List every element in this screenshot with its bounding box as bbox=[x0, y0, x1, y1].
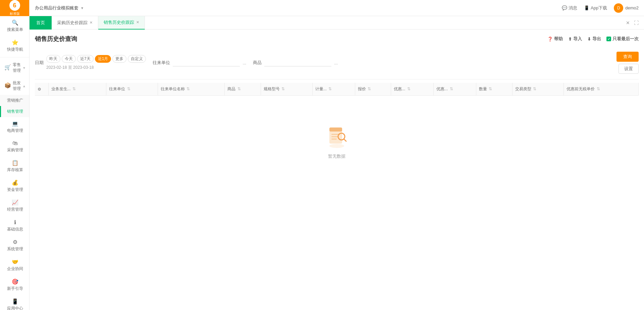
sidebar-item-sales[interactable]: 销售管理 bbox=[0, 106, 29, 117]
topbar: 办公用品行业模拟账套 ▾ 💬 消息 📱 App下载 D demo2 bbox=[30, 0, 644, 16]
product-dots[interactable]: ... bbox=[334, 60, 338, 65]
unit-input[interactable] bbox=[173, 59, 240, 66]
finance-icon: 💰 bbox=[12, 179, 18, 186]
col-unit[interactable]: 往来单位 ⇅ bbox=[106, 83, 158, 96]
tab-home-label: 首页 bbox=[36, 20, 45, 26]
only-last-label: 只看最后一次 bbox=[612, 36, 639, 42]
page-actions: ❓ 帮助 ⬆ 导入 ⬇ 导出 ✓ 只看最后一次 bbox=[547, 36, 639, 42]
dropdown-btn[interactable]: ▾ bbox=[81, 6, 83, 10]
topbar-left: 办公用品行业模拟账套 ▾ bbox=[35, 5, 83, 11]
topbar-title: 办公用品行业模拟账套 bbox=[35, 5, 78, 11]
tab-home[interactable]: 首页 bbox=[30, 16, 52, 30]
sidebar-item-marketing[interactable]: 营销推广 bbox=[0, 95, 29, 106]
date-label: 日期 bbox=[35, 60, 44, 66]
app-download-btn[interactable]: 📱 App下载 bbox=[584, 5, 607, 11]
col-spec[interactable]: 规格型号 ⇅ bbox=[261, 83, 313, 96]
message-btn[interactable]: 💬 消息 bbox=[562, 5, 577, 11]
tabbar: 首页 采购历史价跟踪 ✕ 销售历史价跟踪 ✕ ✕ ⛶ bbox=[30, 16, 644, 30]
settings-icon: ⚙ bbox=[38, 87, 41, 92]
operations-icon: 📈 bbox=[12, 199, 18, 206]
col-product[interactable]: 商品 ⇅ bbox=[225, 83, 261, 96]
sidebar-item-label: 批发管理 bbox=[11, 80, 22, 92]
sidebar-item-basic-info[interactable]: ℹ 基础信息 bbox=[0, 216, 29, 236]
col-quantity[interactable]: 数量 ⇅ bbox=[476, 83, 513, 96]
sort-icon: ⇅ bbox=[368, 87, 371, 91]
sidebar-item-purchase[interactable]: 🛍 采购管理 bbox=[0, 137, 29, 156]
query-btn[interactable]: 查询 bbox=[616, 52, 639, 62]
only-last-checkbox-group[interactable]: ✓ 只看最后一次 bbox=[606, 36, 639, 42]
sidebar-item-operations[interactable]: 📈 经营管理 bbox=[0, 196, 29, 216]
sidebar-item-app-center[interactable]: 📱 应用中心 bbox=[0, 295, 29, 310]
sidebar-item-finance[interactable]: 💰 资金管理 bbox=[0, 176, 29, 196]
col-trade-type[interactable]: 交易类型 ⇅ bbox=[512, 83, 564, 96]
empty-icon bbox=[323, 122, 350, 149]
help-btn[interactable]: ❓ 帮助 bbox=[547, 36, 563, 42]
import-btn[interactable]: ⬆ 导入 bbox=[568, 36, 582, 42]
sidebar-item-search[interactable]: 🔍 搜索菜单 bbox=[0, 16, 29, 36]
page-title-bar: 销售历史价查询 ❓ 帮助 ⬆ 导入 ⬇ 导出 ✓ bbox=[35, 35, 639, 43]
sidebar-item-label: 资金管理 bbox=[7, 187, 23, 193]
username: demo2 bbox=[625, 5, 639, 10]
tab-close-btn[interactable]: ✕ bbox=[136, 20, 139, 24]
sort-icon: ⇅ bbox=[407, 87, 411, 91]
col-pretax-price[interactable]: 优惠前无税单价 ⇅ bbox=[564, 83, 639, 96]
sidebar-item-label: 企业协同 bbox=[7, 266, 23, 272]
empty-text: 暂无数据 bbox=[328, 153, 345, 159]
guide-icon: 🎯 bbox=[12, 278, 18, 285]
tab-fullscreen-btn[interactable]: ⛶ bbox=[633, 19, 640, 27]
col-quote[interactable]: 报价 ⇅ bbox=[355, 83, 391, 96]
product-input[interactable] bbox=[264, 59, 331, 66]
date-btn-custom[interactable]: 自定义 bbox=[128, 55, 146, 63]
sidebar-item-shortcuts[interactable]: ⭐ 快捷导航 bbox=[0, 36, 29, 56]
table-header-row: ⚙ 业务发生... ⇅ 往来单位 ⇅ 往来单位名称 bbox=[35, 83, 639, 96]
search-icon: 🔍 bbox=[12, 19, 18, 26]
sort-icon: ⇅ bbox=[450, 87, 453, 91]
sidebar-item-retail[interactable]: 🛒 零售管理 ▼ bbox=[0, 59, 29, 77]
sidebar-item-label: 电商管理 bbox=[7, 128, 23, 134]
unit-filter-group: 往来单位 ... bbox=[153, 59, 246, 66]
sidebar-item-wholesale[interactable]: 📦 批发管理 ▲ bbox=[0, 77, 29, 95]
date-buttons: 昨天 今天 近7天 近1月 更多 自定义 bbox=[46, 55, 146, 63]
col-unit-name[interactable]: 往来单位名称 ⇅ bbox=[158, 83, 225, 96]
topbar-right: 💬 消息 📱 App下载 D demo2 bbox=[562, 3, 639, 13]
col-settings[interactable]: ⚙ bbox=[35, 83, 48, 96]
col-discount1[interactable]: 优惠... ⇅ bbox=[391, 83, 434, 96]
sort-icon: ⇅ bbox=[127, 87, 130, 91]
sidebar-item-label: 新手引导 bbox=[7, 286, 23, 292]
date-btn-more[interactable]: 更多 bbox=[112, 55, 126, 63]
unit-dots[interactable]: ... bbox=[243, 60, 246, 65]
import-icon: ⬆ bbox=[568, 37, 572, 42]
date-btn-today[interactable]: 今天 bbox=[62, 55, 76, 63]
sidebar-item-cooperation[interactable]: 🤝 企业协同 bbox=[0, 255, 29, 275]
date-btn-7days[interactable]: 近7天 bbox=[77, 55, 94, 63]
sidebar-item-inventory[interactable]: 📋 库存核算 bbox=[0, 156, 29, 176]
date-btn-1month[interactable]: 近1月 bbox=[95, 55, 111, 63]
settings-btn[interactable]: 设置 bbox=[619, 64, 639, 74]
product-label: 商品 bbox=[253, 60, 262, 66]
only-last-checkbox[interactable]: ✓ bbox=[606, 37, 611, 41]
svg-line-7 bbox=[344, 139, 346, 141]
user-info[interactable]: D demo2 bbox=[614, 3, 639, 13]
sidebar: 6 标准版 🔍 搜索菜单 ⭐ 快捷导航 🛒 零售管理 ▼ 📦 批发管理 ▲ 营销… bbox=[0, 0, 30, 310]
svg-point-0 bbox=[329, 144, 344, 148]
col-biz-date[interactable]: 业务发生... ⇅ bbox=[48, 83, 106, 96]
tab-label: 采购历史价跟踪 bbox=[57, 20, 88, 26]
wholesale-icon: 📦 bbox=[4, 82, 11, 89]
date-filter-group: 日期 昨天 今天 近7天 近1月 更多 自定义 2023-02-18 至 202… bbox=[35, 55, 146, 70]
tab-close-btn[interactable]: ✕ bbox=[90, 21, 93, 24]
sidebar-item-system[interactable]: ⚙ 系统管理 bbox=[0, 236, 29, 255]
export-btn[interactable]: ⬇ 导出 bbox=[587, 36, 601, 42]
col-discount2[interactable]: 优惠... ⇅ bbox=[434, 83, 476, 96]
tab-close-all-btn[interactable]: ✕ bbox=[625, 19, 631, 27]
download-icon: 📱 bbox=[584, 5, 589, 10]
help-icon: ❓ bbox=[547, 37, 553, 42]
sidebar-item-guide[interactable]: 🎯 新手引导 bbox=[0, 275, 29, 295]
sidebar-item-ecommerce[interactable]: 💻 电商管理 bbox=[0, 117, 29, 137]
col-unit-measure[interactable]: 计量... ⇅ bbox=[312, 83, 355, 96]
tab-purchase-history[interactable]: 采购历史价跟踪 ✕ bbox=[52, 16, 98, 30]
logo-char: 6 bbox=[13, 2, 16, 9]
sort-icon: ⇅ bbox=[328, 87, 332, 91]
tab-sales-history[interactable]: 销售历史价跟踪 ✕ bbox=[98, 16, 145, 30]
sidebar-item-label: 零售管理 bbox=[11, 62, 22, 73]
date-btn-yesterday[interactable]: 昨天 bbox=[46, 55, 60, 63]
